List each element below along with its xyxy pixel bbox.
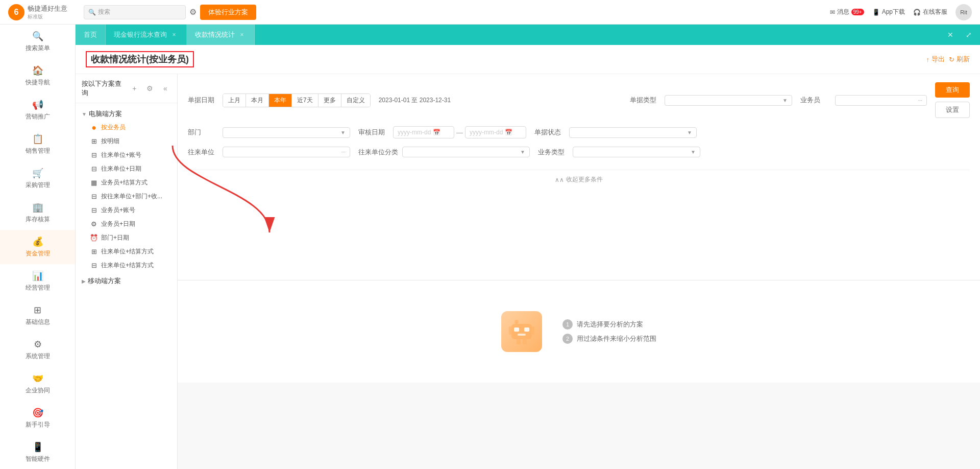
add-scheme-icon[interactable]: + <box>129 82 140 95</box>
tree-item-salesman-date[interactable]: ⚙ 业务员+日期 <box>76 217 177 231</box>
sidebar-item-basic[interactable]: ⊞ 基础信息 <box>0 298 75 333</box>
scheme-settings-icon[interactable]: ⚙ <box>144 82 156 95</box>
svg-rect-7 <box>517 339 521 344</box>
date-tab-this-year[interactable]: 本年 <box>269 94 292 107</box>
tree-item-partner-dept[interactable]: ⊟ 按往来单位+部门+收... <box>76 190 177 203</box>
tab-bank-flow[interactable]: 现金银行流水查询 × <box>106 25 187 45</box>
sidebar-item-finance[interactable]: 💰 资金管理 <box>0 230 75 264</box>
tab-bank-close[interactable]: × <box>170 31 178 39</box>
app-download-button[interactable]: 📱 App下载 <box>872 8 905 16</box>
doctype-chevron-icon: ▼ <box>782 98 788 103</box>
chart-icon: ▦ <box>90 179 98 187</box>
tree-item-partner-account[interactable]: ⊟ 往来单位+账号 <box>76 148 177 162</box>
inventory-icon: 🏢 <box>32 202 43 213</box>
filter-review-date-item: 审核日期 yyyy-mm-dd 📅 — yyyy-mm-dd <box>358 126 526 138</box>
date-tab-last-month[interactable]: 上月 <box>223 94 246 107</box>
date-tab-custom[interactable]: 自定义 <box>341 94 370 107</box>
hint-item-2: 2 用过滤条件来缩小分析范围 <box>562 334 656 344</box>
operation-icon: 📊 <box>32 270 43 282</box>
sidebar-item-inventory[interactable]: 🏢 库存核算 <box>0 196 75 230</box>
review-date-label: 审核日期 <box>358 128 389 137</box>
sidebar-item-system[interactable]: ⚙ 系统管理 <box>0 333 75 367</box>
service-icon: 🎧 <box>913 9 921 16</box>
tree-item-partner-payment1[interactable]: ⊞ 往来单位+结算方式 <box>76 245 177 259</box>
tree-item-salesman-payment[interactable]: ▦ 业务员+结算方式 <box>76 176 177 190</box>
tab-receipts[interactable]: 收款情况统计 × <box>187 25 255 45</box>
sidebar-item-hardware[interactable]: 📱 智能硬件 <box>0 435 75 469</box>
tree-item-by-salesman[interactable]: ● 按业务员 <box>76 121 177 134</box>
dept-chevron-icon: ▼ <box>340 130 346 135</box>
tab-bar: 首页 现金银行流水查询 × 收款情况统计 × ✕ ⤢ <box>76 25 980 45</box>
close-all-tabs-button[interactable]: ✕ <box>943 28 958 42</box>
tree-arrow-right-icon: ▶ <box>82 278 86 284</box>
tab-home[interactable]: 首页 <box>76 25 106 45</box>
sidebar-item-nav[interactable]: 🏠 快捷导航 <box>0 59 75 93</box>
sidebar-item-sales[interactable]: 📋 销售管理 <box>0 127 75 161</box>
settings-button[interactable]: 设置 <box>935 102 970 118</box>
trial-button[interactable]: 体验行业方案 <box>200 5 256 20</box>
tree-item-by-detail[interactable]: ⊞ 按明细 <box>76 134 177 148</box>
date-tab-this-month[interactable]: 本月 <box>246 94 269 107</box>
export-button[interactable]: ↑ 导出 <box>926 55 945 64</box>
dept-select[interactable]: ▼ <box>223 127 350 138</box>
sidebar: 🔍 搜索菜单 🏠 快捷导航 📢 营销推广 📋 销售管理 🛒 采购管理 🏢 库存核… <box>0 25 76 469</box>
tree-group-pc-header[interactable]: ▼ 电脑端方案 <box>76 107 177 121</box>
doctype-select[interactable]: ▼ <box>665 95 792 106</box>
tree-arrow-down-icon: ▼ <box>82 111 87 117</box>
page-title: 收款情况统计(按业务员) <box>86 51 194 67</box>
messages-button[interactable]: ✉ 消息 99+ <box>830 8 864 16</box>
tab-receipts-close[interactable]: × <box>238 31 246 39</box>
tree-item-salesman-account[interactable]: ⊟ 业务员+账号 <box>76 203 177 217</box>
tree-group-pc: ▼ 电脑端方案 ● 按业务员 ⊞ 按明细 <box>76 107 177 272</box>
date-tab-last-7days[interactable]: 近7天 <box>292 94 318 107</box>
filter-dept-item: 部门 ▼ <box>188 127 350 138</box>
tree-group-mobile-header[interactable]: ▶ 移动端方案 <box>76 274 177 288</box>
search-placeholder: 搜索 <box>98 8 110 16</box>
sidebar-item-marketing[interactable]: 📢 营销推广 <box>0 93 75 127</box>
biztype-select[interactable]: ▼ <box>573 147 700 157</box>
category-chevron-icon: ▼ <box>520 149 525 155</box>
date-tab-more[interactable]: 更多 <box>318 94 341 107</box>
sidebar-item-label: 经营管理 <box>26 284 50 292</box>
review-date-end[interactable]: yyyy-mm-dd 📅 <box>465 126 526 138</box>
tree-item-label: 部门+日期 <box>101 233 129 242</box>
tree-item-partner-date[interactable]: ⊟ 往来单位+日期 <box>76 162 177 176</box>
docstatus-label: 单据状态 <box>534 128 565 137</box>
action-buttons: 查询 设置 <box>935 82 970 118</box>
main-layout: 🔍 搜索菜单 🏠 快捷导航 📢 营销推广 📋 销售管理 🛒 采购管理 🏢 库存核… <box>0 25 980 469</box>
tab-bar-right: ✕ ⤢ <box>943 25 980 45</box>
user-avatar[interactable]: Rit <box>955 4 972 20</box>
docstatus-select[interactable]: ▼ <box>569 127 697 138</box>
nav-icon: 🏠 <box>32 65 43 76</box>
review-date-start[interactable]: yyyy-mm-dd 📅 <box>393 126 454 138</box>
partner-category-select[interactable]: ▼ <box>402 147 530 157</box>
tree-item-partner-payment2[interactable]: ⊟ 往来单位+结算方式 <box>76 259 177 272</box>
query-button[interactable]: 查询 <box>935 82 970 98</box>
sidebar-item-purchase[interactable]: 🛒 采购管理 <box>0 161 75 196</box>
sidebar-item-label: 企业协同 <box>26 386 50 395</box>
salesman-select[interactable]: ··· <box>835 95 927 106</box>
empty-hints: 1 请先选择要分析的方案 2 用过滤条件来缩小分析范围 <box>562 319 656 344</box>
hardware-icon: 📱 <box>32 441 43 453</box>
hint-item-1: 1 请先选择要分析的方案 <box>562 319 643 330</box>
refresh-button[interactable]: ↻ 刷新 <box>949 55 970 64</box>
messages-badge: 99+ <box>851 9 864 15</box>
doctype-label: 单据类型 <box>630 96 660 105</box>
collapse-button[interactable]: ∧∧ 收起更多条件 <box>555 175 603 184</box>
table3-icon: ⊟ <box>90 193 98 201</box>
tree-item-dept-date[interactable]: ⏰ 部门+日期 <box>76 231 177 245</box>
top-header: 6 畅捷通好生意 标准版 🔍 搜索 ⚙ 体验行业方案 ✉ 消息 99+ 📱 Ap… <box>0 0 980 25</box>
sidebar-item-operation[interactable]: 📊 经营管理 <box>0 264 75 298</box>
app-download-label: App下载 <box>882 8 905 16</box>
sidebar-item-guide[interactable]: 🎯 新手引导 <box>0 401 75 435</box>
svg-rect-8 <box>523 339 527 344</box>
maximize-button[interactable]: ⤢ <box>962 28 976 42</box>
header-search[interactable]: 🔍 搜索 <box>84 5 186 19</box>
collapse-scheme-icon[interactable]: « <box>160 82 171 95</box>
sidebar-item-search[interactable]: 🔍 搜索菜单 <box>0 25 75 59</box>
filter-docstatus-item: 单据状态 ▼ <box>534 127 697 138</box>
online-service-button[interactable]: 🎧 在线客服 <box>913 8 947 16</box>
sidebar-item-collab[interactable]: 🤝 企业协同 <box>0 367 75 401</box>
partner-select[interactable]: ··· <box>223 147 350 157</box>
gear-icon[interactable]: ⚙ <box>186 5 200 19</box>
